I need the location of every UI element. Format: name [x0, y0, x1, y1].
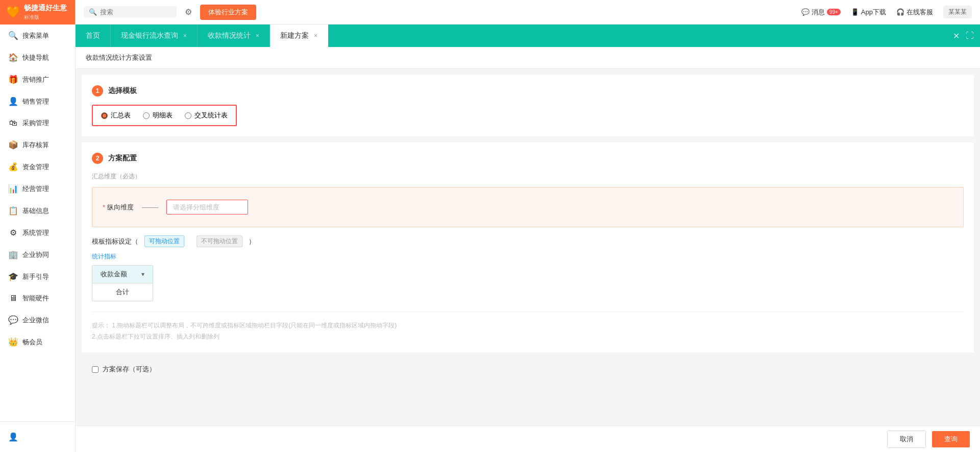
sidebar-item-smart-hardware[interactable]: 🖥智能硬件 — [0, 288, 75, 309]
radio-crosstab-input[interactable] — [185, 112, 191, 119]
service-icon: 🎧 — [896, 8, 904, 16]
topbar: 🔍 ⚙ 体验行业方案 💬 消息 99+ 📱 App下载 🎧 在线客服 某某某 — [76, 0, 980, 25]
radio-detail-label: 明细表 — [153, 111, 173, 120]
trial-button[interactable]: 体验行业方案 — [200, 5, 256, 20]
bottom-icon1: 👤 — [8, 432, 18, 442]
sidebar-label-finance: 资金管理 — [22, 162, 49, 172]
radio-detail-input[interactable] — [143, 112, 150, 119]
sidebar-label-system: 系统管理 — [22, 228, 49, 237]
sidebar-label-sales: 销售管理 — [22, 97, 49, 106]
draggable-badge: 可拖动位置 — [144, 235, 184, 247]
logo-version: 标准版 — [24, 14, 67, 21]
sidebar-item-sales[interactable]: 👤销售管理 — [0, 90, 75, 112]
save-checkbox[interactable] — [92, 366, 99, 373]
tab-label-collection-stats: 收款情况统计 — [208, 31, 251, 40]
sidebar-label-member: 畅会员 — [22, 338, 42, 347]
sidebar-item-search-menu[interactable]: 🔍搜索菜单 — [0, 25, 75, 46]
tip2: 2.点击标题栏下拉可设置排序、插入列和删除列 — [92, 331, 964, 343]
radio-detail[interactable]: 明细表 — [143, 111, 173, 120]
indicator-cell-total: 合计 — [92, 283, 153, 301]
sidebar-label-basic-info: 基础信息 — [22, 206, 49, 216]
radio-crosstab[interactable]: 交叉统计表 — [185, 111, 228, 120]
dimension-select[interactable]: 请选择分组维度 — [166, 200, 248, 215]
message-label: 消息 — [812, 8, 825, 17]
sidebar-item-basic-info[interactable]: 📋基础信息 — [0, 200, 75, 222]
tab-collection-stats[interactable]: 收款情况统计× — [198, 25, 270, 47]
dimension-section-label: 汇总维度（必选） — [92, 172, 964, 181]
tab-close-collection-stats[interactable]: × — [256, 32, 259, 39]
dimension-row: * 纵向维度 —— 请选择分组维度 — [103, 200, 953, 215]
sidebar-item-enterprise[interactable]: 🏢企业协同 — [0, 244, 75, 266]
settings-icon[interactable]: ⚙ — [185, 7, 192, 17]
indicator-group-label: 统计指标 — [92, 252, 964, 261]
online-service-button[interactable]: 🎧 在线客服 — [896, 8, 933, 17]
online-service-label: 在线客服 — [906, 8, 933, 17]
sidebar-item-newbie[interactable]: 🎓新手引导 — [0, 266, 75, 288]
user-name: 某某某 — [948, 8, 967, 15]
radio-summary-input[interactable] — [101, 112, 108, 119]
search-box[interactable]: 🔍 — [84, 6, 177, 18]
tab-label-new-plan: 新建方案 — [280, 31, 309, 40]
indicator-header[interactable]: 收款金额 ▾ — [92, 266, 153, 283]
basic-info-icon: 📋 — [8, 206, 18, 216]
dimension-label-text: 汇总维度（必选） — [92, 173, 141, 180]
vertical-label-text: 纵向维度 — [107, 203, 134, 212]
save-label[interactable]: 方案保存（可选） — [103, 365, 156, 374]
step1-title: 选择模板 — [108, 86, 137, 96]
app-icon: 📱 — [851, 8, 859, 16]
indicator-label: 模板指标设定（ 可拖动位置 不可拖动位置 ） — [92, 235, 964, 247]
cancel-button[interactable]: 取消 — [887, 431, 926, 448]
sidebar-logo: 🧡 畅捷通好生意 标准版 — [0, 0, 75, 25]
tab-close-new-plan[interactable]: × — [314, 32, 317, 39]
step2-title: 方案配置 — [108, 154, 137, 163]
sidebar-item-enterprise-wechat[interactable]: 💬企业微信 — [0, 309, 75, 331]
radio-crosstab-label: 交叉统计表 — [194, 111, 228, 120]
query-button[interactable]: 查询 — [932, 431, 970, 447]
sidebar-item-operations[interactable]: 📊经营管理 — [0, 178, 75, 200]
sidebar-item-bottom1[interactable]: 👤 — [0, 426, 75, 448]
indicator-label-prefix: 模板指标设定（ — [92, 237, 138, 246]
sidebar-label-newbie: 新手引导 — [22, 272, 49, 281]
user-info[interactable]: 某某某 — [943, 6, 972, 18]
logo-icon: 🧡 — [6, 6, 20, 19]
sidebar-item-quick-nav[interactable]: 🏠快捷导航 — [0, 46, 75, 68]
indicator-table: 收款金额 ▾ 合计 — [92, 265, 153, 301]
tab-label-home: 首页 — [86, 31, 100, 40]
page-title: 收款情况统计方案设置 — [76, 47, 980, 69]
step2-number: 2 — [92, 153, 103, 164]
search-input[interactable] — [100, 8, 172, 16]
sidebar-item-marketing[interactable]: 🎁营销推广 — [0, 68, 75, 90]
message-badge: 99+ — [827, 9, 841, 15]
sidebar-item-inventory[interactable]: 📦库存核算 — [0, 134, 75, 156]
sidebar-item-purchase[interactable]: 🛍采购管理 — [0, 112, 75, 134]
sidebar-item-member[interactable]: 👑畅会员 — [0, 331, 75, 353]
tab-new-plan[interactable]: 新建方案× — [270, 25, 328, 47]
message-button[interactable]: 💬 消息 99+ — [801, 8, 841, 17]
dimension-area: * 纵向维度 —— 请选择分组维度 — [92, 187, 964, 227]
search-menu-icon: 🔍 — [8, 31, 18, 40]
indicator-label-suffix: ） — [249, 237, 255, 246]
close-all-icon[interactable]: ✕ — [953, 31, 960, 41]
tip1: 提示： 1.拖动标题栏可以调整布局，不可跨维度或指标区域拖动栏目字段(只能在同一… — [92, 320, 964, 331]
sidebar-label-enterprise: 企业协同 — [22, 250, 49, 259]
marketing-icon: 🎁 — [8, 75, 18, 84]
finance-icon: 💰 — [8, 162, 18, 172]
topbar-right: 💬 消息 99+ 📱 App下载 🎧 在线客服 某某某 — [801, 6, 972, 18]
sidebar-label-search-menu: 搜索菜单 — [22, 31, 49, 40]
indicator-dropdown-icon[interactable]: ▾ — [141, 271, 144, 278]
footer-save: 方案保存（可选） — [82, 359, 974, 380]
app-download-label: App下载 — [861, 8, 886, 17]
sidebar-item-finance[interactable]: 💰资金管理 — [0, 156, 75, 178]
expand-icon[interactable]: ⛶ — [966, 31, 974, 40]
tab-bank-flow[interactable]: 现金银行流水查询× — [111, 25, 198, 47]
tab-close-bank-flow[interactable]: × — [183, 32, 187, 39]
bottom-action-bar: 取消 查询 — [76, 425, 980, 452]
app-download-button[interactable]: 📱 App下载 — [851, 8, 886, 17]
tab-home[interactable]: 首页 — [76, 25, 111, 47]
content-area: 收款情况统计方案设置 1 选择模板 汇总表 明细表 交叉统计表 — [76, 47, 980, 425]
enterprise-icon: 🏢 — [8, 250, 18, 259]
radio-summary[interactable]: 汇总表 — [101, 111, 131, 120]
sidebar-item-system[interactable]: ⚙系统管理 — [0, 222, 75, 244]
tips-area: 提示： 1.拖动标题栏可以调整布局，不可跨维度或指标区域拖动栏目字段(只能在同一… — [92, 312, 964, 342]
template-options: 汇总表 明细表 交叉统计表 — [92, 105, 237, 126]
